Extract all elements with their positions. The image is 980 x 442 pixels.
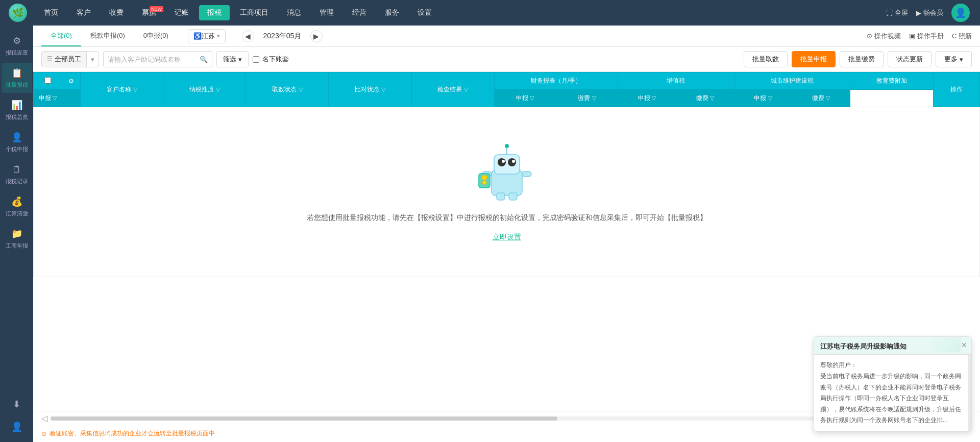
th-urban-pay: 缴费 ▽ — [676, 90, 734, 107]
notification-close-button[interactable]: ✕ — [961, 341, 967, 349]
svg-point-11 — [482, 175, 487, 180]
table-settings-icon[interactable]: ⚙ — [68, 78, 74, 85]
new-badge: NEW — [150, 6, 163, 12]
nav-item-settings[interactable]: 设置 — [409, 5, 440, 20]
nav-item-tax[interactable]: 报税 — [199, 5, 230, 20]
date-navigation: ◀ 2023年05月 ▶ — [242, 30, 323, 42]
empty-state-cell: 若您想使用批量报税功能，请先在【报税设置】中进行报税的初始化设置，完成密码验证和… — [34, 107, 980, 277]
setup-link[interactable]: 立即设置 — [493, 233, 521, 242]
svg-point-7 — [505, 144, 509, 148]
batch-fetch-button[interactable]: 批量取数 — [744, 51, 788, 67]
employee-selector[interactable]: ☰ 全部员工 ▾ — [41, 51, 99, 67]
search-icon[interactable]: 🔍 — [200, 56, 208, 63]
fullscreen-button[interactable]: ⛶ 全屏 — [886, 8, 908, 17]
filter-icon-edu-pay[interactable]: ▽ — [826, 95, 830, 101]
operation-video-button[interactable]: ⊙ 操作视频 — [867, 32, 901, 41]
nav-item-bookkeeping[interactable]: 记账 — [166, 5, 197, 20]
sidebar-item-annual-report[interactable]: 📁 工商年报 — [2, 224, 32, 254]
filter-icon-name[interactable]: ▽ — [133, 86, 137, 92]
date-next-button[interactable]: ▶ — [310, 30, 323, 42]
notification-panel: 江苏电子税务局升级影响通知 ✕ 尊敬的用户： 受当前电子税务局进一步升级的影响，… — [814, 336, 972, 432]
nav-item-fee[interactable]: 收费 — [101, 5, 132, 20]
th-financial-sub2 — [62, 90, 81, 107]
sidebar-item-user[interactable]: 👤 — [2, 416, 32, 437]
filter-icon-fin-dec[interactable]: ▽ — [53, 95, 57, 101]
manual-icon: ▣ — [909, 32, 915, 40]
list-icon: ☰ — [47, 56, 53, 63]
checkbox-account-set[interactable]: 名下账套 — [253, 55, 289, 64]
user-avatar[interactable]: 👤 — [951, 4, 970, 22]
region-selector[interactable]: ♿江苏 ▾ — [188, 29, 226, 43]
status-update-button[interactable]: 状态更新 — [888, 51, 932, 67]
filter-icon-edu-dec[interactable]: ▽ — [768, 95, 772, 101]
account-set-checkbox[interactable] — [253, 56, 259, 63]
tax-overview-icon: 📊 — [11, 99, 23, 111]
empty-robot-illustration — [476, 142, 537, 203]
th-check-result: 检查结果 ▽ — [411, 72, 494, 107]
svg-rect-14 — [509, 193, 517, 200]
search-input[interactable] — [108, 56, 200, 63]
filter-icon-urban-pay[interactable]: ▽ — [710, 95, 714, 101]
th-urban-declare: 申报 ▽ — [618, 90, 676, 107]
filter-icon-vat-pay[interactable]: ▽ — [592, 95, 596, 101]
nav-item-business[interactable]: 工商项目 — [232, 5, 277, 20]
filter-icon-check[interactable]: ▽ — [464, 86, 468, 92]
sidebar-item-tax-settings[interactable]: ⚙ 报税设置 — [2, 31, 32, 61]
region-arrow-icon: ▾ — [217, 33, 220, 39]
sidebar: ⚙ 报税设置 📋 批量报税 📊 报税总览 👤 个税申报 🗒 报税记录 💰 汇算清… — [0, 26, 33, 442]
more-button[interactable]: 更多 ▾ — [936, 51, 972, 67]
batch-pay-button[interactable]: 批量缴费 — [840, 51, 884, 67]
filter-icon-urban-dec[interactable]: ▽ — [652, 95, 656, 101]
employee-label: ☰ 全部员工 — [42, 52, 87, 67]
tabs-right: ⊙ 操作视频 ▣ 操作手册 C 照新 — [867, 32, 972, 41]
sidebar-item-download[interactable]: ⬇ — [2, 394, 32, 414]
nav-item-service[interactable]: 服务 — [377, 5, 407, 20]
filter-icon-vat-dec[interactable]: ▽ — [530, 95, 534, 101]
filter-button[interactable]: 筛选 ▾ — [216, 51, 249, 67]
th-financial-declare: 申报 ▽ — [34, 90, 62, 107]
member-button[interactable]: ▶ 畅会员 — [916, 8, 943, 17]
th-tax-nature: 纳税性质 ▽ — [163, 72, 246, 107]
tab-all[interactable]: 全部(0) — [41, 26, 81, 46]
tab-zero-declare[interactable]: 0申报(0) — [134, 26, 178, 46]
personal-tax-icon: 👤 — [11, 131, 23, 143]
toolbar-right: 批量取数 批量申报 批量缴费 状态更新 更多 ▾ — [744, 51, 972, 67]
filter-icon-fetch[interactable]: ▽ — [299, 86, 303, 92]
nav-item-management[interactable]: 管理 — [311, 5, 342, 20]
scroll-left-icon[interactable]: ◁ — [41, 413, 47, 423]
empty-state: 若您想使用批量报税功能，请先在【报税设置】中进行报税的初始化设置，完成密码验证和… — [39, 111, 974, 273]
annual-report-icon: 📁 — [11, 228, 23, 240]
sidebar-item-personal-tax[interactable]: 👤 个税申报 — [2, 127, 32, 157]
notification-body-wrap: 尊敬的用户： 受当前电子税务局进一步升级的影响，同一个政务网账号（办税人）名下的… — [814, 355, 971, 431]
th-fetch-status: 取数状态 ▽ — [246, 72, 329, 107]
sidebar-bottom: ⬇ 👤 — [2, 394, 32, 437]
svg-rect-13 — [497, 193, 505, 200]
nav-item-operation[interactable]: 经营 — [344, 5, 375, 20]
sidebar-item-batch-tax[interactable]: 📋 批量报税 — [2, 63, 32, 93]
notification-scrollbar[interactable] — [968, 355, 971, 431]
sidebar-item-annual-settle[interactable]: 💰 汇算清缴 — [2, 191, 32, 222]
tax-records-icon: 🗒 — [11, 163, 23, 176]
nav-item-message[interactable]: 消息 — [279, 5, 309, 20]
tab-tax-declare[interactable]: 税款申报(0) — [81, 26, 134, 46]
refresh-button[interactable]: C 照新 — [952, 32, 972, 41]
nav-item-home[interactable]: 首页 — [36, 5, 66, 20]
logo-icon: 🌿 — [9, 4, 27, 22]
batch-tax-icon: 📋 — [11, 67, 23, 79]
sidebar-item-tax-records[interactable]: 🗒 报税记录 — [2, 159, 32, 189]
th-vat-pay: 缴费 ▽ — [556, 90, 618, 107]
sidebar-item-tax-overview[interactable]: 📊 报税总览 — [2, 95, 32, 125]
filter-icon-compare[interactable]: ▽ — [381, 86, 385, 92]
region-label: ♿江苏 — [193, 32, 215, 41]
filter-arrow-icon: ▾ — [238, 56, 242, 63]
date-prev-button[interactable]: ◀ — [242, 30, 254, 42]
select-all-checkbox[interactable] — [44, 77, 51, 84]
operation-manual-button[interactable]: ▣ 操作手册 — [909, 32, 944, 41]
data-table: ⚙ 客户名称 ▽ 纳税性质 ▽ 取数状态 ▽ — [33, 72, 980, 277]
nav-item-invoice[interactable]: 票据 NEW — [134, 5, 164, 20]
filter-icon-nature[interactable]: ▽ — [216, 86, 220, 92]
batch-declare-button[interactable]: 批量申报 — [792, 51, 836, 67]
nav-item-customer[interactable]: 客户 — [68, 5, 99, 20]
th-customer-name: 客户名称 ▽ — [81, 72, 163, 107]
employee-arrow-icon: ▾ — [87, 56, 99, 63]
